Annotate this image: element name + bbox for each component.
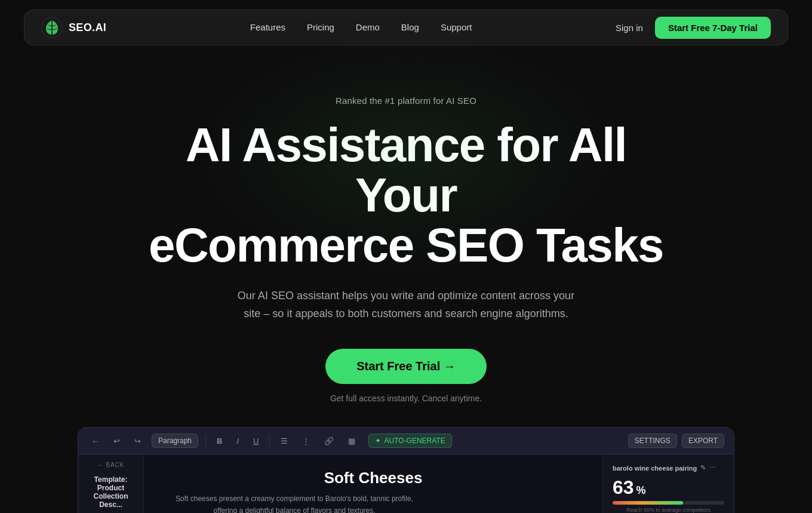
logo-link[interactable]: SEO.AI [41, 17, 106, 38]
score-bar [613, 501, 724, 505]
hero-section: Ranked the #1 platform for AI SEO AI Ass… [0, 0, 812, 513]
dashboard-outer: ← ↩ ↪ Paragraph B I U ☰ ⋮ 🔗 ▦ ✦ AUTO-GEN… [78, 427, 734, 513]
toolbar-right: SETTINGS EXPORT [628, 434, 724, 448]
dashboard-preview: ← ↩ ↪ Paragraph B I U ☰ ⋮ 🔗 ▦ ✦ AUTO-GEN… [78, 427, 734, 513]
link-icon[interactable]: 🔗 [321, 434, 337, 448]
nav-blog[interactable]: Blog [401, 22, 419, 32]
score-hint: Reach 56% to average competitors [613, 507, 724, 513]
toolbar-sep-1 [205, 435, 206, 447]
seo-score: 63 [613, 477, 634, 499]
logo-icon [41, 17, 63, 38]
db-toolbar: ← ↩ ↪ Paragraph B I U ☰ ⋮ 🔗 ▦ ✦ AUTO-GEN… [78, 428, 734, 454]
hero-cta-button[interactable]: Start Free Trial → [325, 349, 487, 384]
hero-title: AI Assistance for All Your eCommerce SEO… [137, 120, 675, 271]
settings-btn[interactable]: SETTINGS [628, 434, 677, 448]
back-icon[interactable]: ← [88, 434, 103, 448]
nav-features[interactable]: Features [250, 22, 285, 32]
score-bar-fill [613, 501, 683, 505]
hero-cta-note: Get full access instantly. Cancel anytim… [330, 394, 482, 403]
bold-icon[interactable]: B [213, 434, 226, 448]
toolbar-sep-2 [269, 435, 270, 447]
underline-icon[interactable]: U [250, 434, 262, 448]
navbar: SEO.AI Features Pricing Demo Blog Suppor… [24, 10, 788, 45]
auto-generate-icon: ✦ [375, 437, 381, 445]
nav-actions: Sign in Start Free 7-Day Trial [616, 17, 771, 39]
content-title[interactable]: Soft Cheeses [163, 469, 583, 487]
logo-text: SEO.AI [69, 21, 106, 34]
template-title: Template: Product Collection Desc... [83, 475, 139, 509]
start-trial-button[interactable]: Start Free 7-Day Trial [655, 17, 771, 39]
seo-score-container: 63 % [613, 477, 724, 499]
nav-demo[interactable]: Demo [356, 22, 380, 32]
seo-query: barolo wine cheese pairing ✎ ⋯ [613, 464, 724, 472]
paragraph-dropdown[interactable]: Paragraph [152, 434, 198, 448]
export-btn[interactable]: EXPORT [682, 434, 724, 448]
sign-in-button[interactable]: Sign in [616, 23, 643, 33]
db-right-panel: barolo wine cheese pairing ✎ ⋯ 63 % Reac… [602, 454, 734, 513]
db-left-partial: ← BACK Template: Product Collection Desc… [78, 454, 144, 513]
db-main-editor: Soft Cheeses Soft cheeses present a crea… [144, 454, 602, 513]
edit-query-icon[interactable]: ✎ [700, 464, 706, 472]
redo-icon[interactable]: ↪ [131, 434, 144, 448]
hero-subtitle: Our AI SEO assistant helps you write and… [233, 287, 579, 322]
auto-generate-btn[interactable]: ✦ AUTO-GENERATE [368, 434, 451, 448]
ol-icon[interactable]: ⋮ [299, 434, 313, 448]
italic-icon[interactable]: I [233, 434, 242, 448]
more-icon[interactable]: ⋯ [709, 464, 716, 472]
hero-badge: Ranked the #1 platform for AI SEO [336, 96, 476, 106]
nav-pricing[interactable]: Pricing [307, 22, 334, 32]
content-paragraph[interactable]: Soft cheeses present a creamy complement… [163, 493, 426, 513]
nav-support[interactable]: Support [441, 22, 472, 32]
nav-links: Features Pricing Demo Blog Support [250, 22, 472, 33]
undo-icon[interactable]: ↩ [110, 434, 124, 448]
list-icon[interactable]: ☰ [277, 434, 291, 448]
sidebar-back[interactable]: ← BACK [83, 462, 139, 468]
db-body: ← BACK Template: Product Collection Desc… [78, 454, 734, 513]
table-icon[interactable]: ▦ [345, 434, 359, 448]
